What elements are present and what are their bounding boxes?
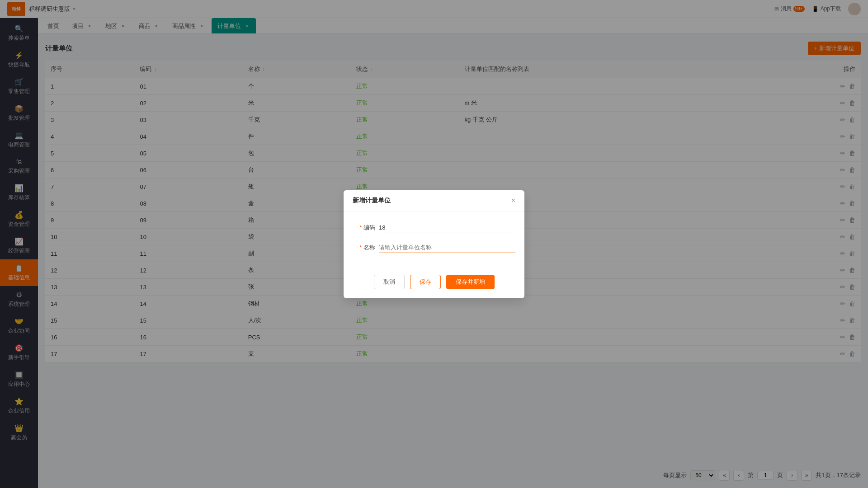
save-button[interactable]: 保存 bbox=[410, 275, 441, 289]
modal-title: 新增计量单位 bbox=[353, 197, 391, 205]
form-row-code: * 编码 bbox=[353, 222, 515, 233]
form-row-name: * 名称 bbox=[353, 242, 515, 253]
cancel-button[interactable]: 取消 bbox=[374, 275, 405, 289]
code-label: * 编码 bbox=[353, 224, 375, 232]
required-star: * bbox=[359, 224, 363, 231]
modal-overlay[interactable]: 新增计量单位 × * 编码 * 名称 取消 保存 保存并新增 bbox=[0, 0, 868, 488]
modal-body: * 编码 * 名称 bbox=[344, 211, 524, 269]
add-unit-modal: 新增计量单位 × * 编码 * 名称 取消 保存 保存并新增 bbox=[344, 190, 524, 298]
modal-close-btn[interactable]: × bbox=[511, 197, 515, 205]
name-label: * 名称 bbox=[353, 244, 375, 252]
modal-header: 新增计量单位 × bbox=[344, 190, 524, 211]
name-input[interactable] bbox=[379, 242, 515, 253]
required-star: * bbox=[359, 244, 363, 251]
code-input[interactable] bbox=[379, 222, 515, 233]
save-and-new-button[interactable]: 保存并新增 bbox=[446, 275, 495, 289]
modal-footer: 取消 保存 保存并新增 bbox=[344, 269, 524, 298]
